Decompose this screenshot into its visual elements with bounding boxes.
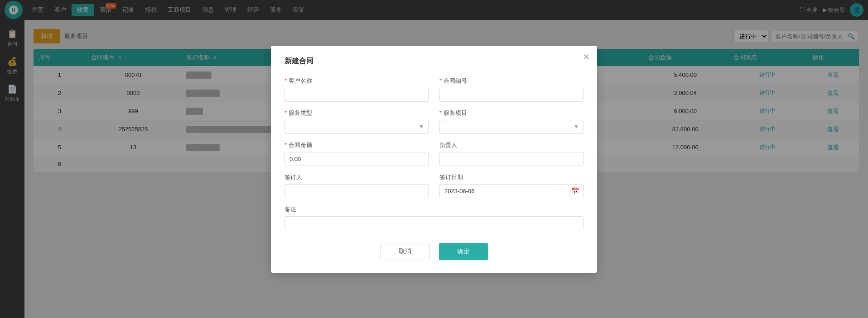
form-row-signatory: 签订人 [285,173,429,198]
service-type-label: * 服务类型 [285,109,429,117]
modal-footer: 取消 确定 [285,243,583,260]
form-row-customer: * 客户名称 [285,77,429,102]
confirm-button[interactable]: 确定 [439,243,488,260]
modal-title: 新建合同 [285,57,583,66]
form-row-sign-date: 签订日期 📅 [439,173,583,198]
form-row-contract-no: * 合同编号 [439,77,583,102]
signatory-label: 签订人 [285,173,429,181]
contract-amount-label: * 合同金额 [285,141,429,149]
service-type-select[interactable] [285,120,429,134]
responsible-person-input[interactable] [439,152,583,166]
form-row-responsible: 负责人 [439,141,583,166]
form-grid: * 客户名称 * 合同编号 * 服务类型 [285,77,583,230]
signatory-input[interactable] [285,184,429,198]
contract-no-input[interactable] [439,88,583,102]
customer-name-input[interactable] [285,88,429,102]
remark-label: 备注 [285,205,583,214]
new-contract-modal: ✕ 新建合同 * 客户名称 * 合同编号 * [271,46,597,273]
form-row-amount: * 合同金额 [285,141,429,166]
contract-amount-input[interactable] [285,152,429,166]
service-item-label: * 服务项目 [439,109,583,117]
modal-overlay: ✕ 新建合同 * 客户名称 * 合同编号 * [0,0,868,318]
sign-date-label: 签订日期 [439,173,583,181]
contract-no-label: * 合同编号 [439,77,583,85]
form-row-service-type: * 服务类型 ▼ [285,109,429,134]
sign-date-wrap: 📅 [439,184,583,198]
customer-name-label: * 客户名称 [285,77,429,85]
service-type-select-wrap: ▼ [285,120,429,134]
service-item-select-wrap: ▼ [439,120,583,134]
sign-date-input[interactable] [439,184,583,198]
service-item-select[interactable] [439,120,583,134]
form-row-remark: 备注 [285,205,583,230]
remark-input[interactable] [285,216,583,230]
responsible-person-label: 负责人 [439,141,583,149]
modal-close-button[interactable]: ✕ [583,52,590,62]
cancel-button[interactable]: 取消 [380,243,430,260]
form-row-service-item: * 服务项目 ▼ [439,109,583,134]
